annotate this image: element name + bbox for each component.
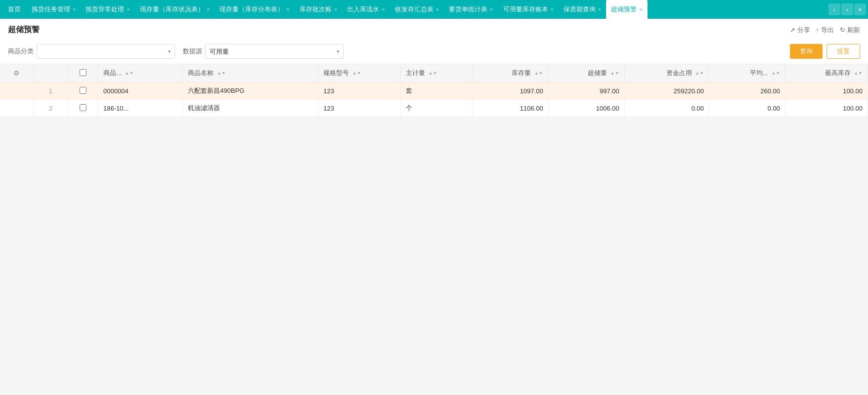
close-icon[interactable]: × <box>73 6 76 12</box>
category-select-wrapper: ▾ <box>37 44 175 59</box>
sort-icon: ▲▼ <box>217 71 226 76</box>
page-title: 超储预警 <box>8 25 40 35</box>
table-row: 2 186-10... 机油滤清器 123 个 1106.00 1006.00 … <box>0 100 868 117</box>
filter-buttons: 查询 设置 <box>790 44 860 59</box>
sort-icon: ▲▼ <box>854 71 863 76</box>
nav-next-button[interactable]: › <box>841 3 853 15</box>
td-checkbox <box>68 82 98 100</box>
datasource-select-wrapper: 可用量 ▾ <box>205 44 344 59</box>
nav-home[interactable]: 首页 <box>2 5 27 14</box>
td-index: 1 <box>34 82 67 100</box>
td-spec: 123 <box>318 100 401 117</box>
datasource-filter: 数据源 可用量 ▾ <box>183 44 344 59</box>
nav-tab-xiancunliang2[interactable]: 现存量（库存分布表） × <box>215 0 294 19</box>
td-name: 机油滤清器 <box>183 100 318 117</box>
export-icon: ↑ <box>816 26 820 34</box>
close-icon[interactable]: × <box>382 6 385 12</box>
td-row-actions <box>0 82 34 100</box>
query-button[interactable]: 查询 <box>790 44 823 59</box>
td-avg: 0.00 <box>709 100 785 117</box>
sort-icon: ▲▼ <box>610 71 619 76</box>
th-checkbox <box>68 64 98 82</box>
table-container: ⚙ 商品... ▲▼ 商品名称 ▲▼ 规格型号 ▲▼ <box>0 64 868 117</box>
td-unit: 个 <box>401 100 473 117</box>
sort-icon: ▲▼ <box>695 71 704 76</box>
th-avg[interactable]: 平均... ▲▼ <box>709 64 785 82</box>
category-label: 商品分类 <box>8 47 34 56</box>
th-over[interactable]: 超储量 ▲▼ <box>548 64 624 82</box>
th-code[interactable]: 商品... ▲▼ <box>98 64 183 82</box>
sort-icon: ▲▼ <box>125 71 134 76</box>
td-over: 1006.00 <box>548 100 624 117</box>
td-max: 100.00 <box>785 100 868 117</box>
td-index: 2 <box>34 100 67 117</box>
row-checkbox[interactable] <box>80 104 87 111</box>
close-icon[interactable]: × <box>436 6 439 12</box>
nav-tab-churuku[interactable]: 出入库流水 × <box>342 0 390 19</box>
table-header-row: ⚙ 商品... ▲▼ 商品名称 ▲▼ 规格型号 ▲▼ <box>0 64 868 82</box>
close-icon[interactable]: × <box>598 6 601 12</box>
nav-tab-keyongliang[interactable]: 可用量库存账本 × <box>498 0 559 19</box>
nav-tab-chaochuyujing[interactable]: 超储预警 × <box>606 0 647 19</box>
row-checkbox[interactable] <box>80 87 87 94</box>
nav-tab-kucunpici[interactable]: 库存批次账 × <box>295 0 342 19</box>
th-spec[interactable]: 规格型号 ▲▼ <box>318 64 401 82</box>
filter-row: 商品分类 ▾ 数据源 可用量 ▾ 查询 设置 <box>0 39 868 64</box>
refresh-button[interactable]: ↻ 刷新 <box>840 26 860 35</box>
nav-close-button[interactable]: × <box>854 3 866 15</box>
sort-icon: ▲▼ <box>771 71 780 76</box>
td-unit: 套 <box>401 82 473 100</box>
nav-tab-jianhuoyichang[interactable]: 拣货异常处理 × <box>81 0 134 19</box>
share-icon: ➚ <box>790 26 795 34</box>
settings-icon[interactable]: ⚙ <box>13 69 20 77</box>
td-spec: 123 <box>318 82 401 100</box>
nav-tab-baozhi[interactable]: 保质期查询 × <box>559 0 606 19</box>
th-capital[interactable]: 资金占用 ▲▼ <box>624 64 709 82</box>
page-header: 超储预警 ➚ 分享 ↑ 导出 ↻ 刷新 <box>0 19 868 39</box>
nav-tab-shoufacun[interactable]: 收发存汇总表 × <box>390 0 444 19</box>
close-icon[interactable]: × <box>490 6 493 12</box>
th-max[interactable]: 最高库存 ▲▼ <box>785 64 868 82</box>
td-stock: 1097.00 <box>472 82 548 100</box>
table-row: 1 0000004 六配套新昌490BPG 123 套 1097.00 997.… <box>0 82 868 100</box>
nav-prev-button[interactable]: ‹ <box>828 3 840 15</box>
th-index <box>34 64 67 82</box>
data-table: ⚙ 商品... ▲▼ 商品名称 ▲▼ 规格型号 ▲▼ <box>0 64 868 117</box>
nav-tab-yaohuo[interactable]: 要货单统计表 × <box>444 0 498 19</box>
export-button[interactable]: ↑ 导出 <box>816 26 834 35</box>
td-over: 997.00 <box>548 82 624 100</box>
close-icon[interactable]: × <box>639 6 642 12</box>
sort-icon: ▲▼ <box>429 71 437 76</box>
sort-icon: ▲▼ <box>352 71 361 76</box>
close-icon[interactable]: × <box>127 6 130 12</box>
close-icon[interactable]: × <box>207 6 210 12</box>
close-icon[interactable]: × <box>286 6 289 12</box>
td-avg: 260.00 <box>709 82 785 100</box>
close-icon[interactable]: × <box>334 6 337 12</box>
td-capital: 259220.00 <box>624 82 709 100</box>
td-max: 100.00 <box>785 82 868 100</box>
td-checkbox <box>68 100 98 117</box>
nav-tab-jianhuorenwu[interactable]: 拣货任务管理 × <box>27 0 81 19</box>
th-name[interactable]: 商品名称 ▲▼ <box>183 64 318 82</box>
sort-icon: ▲▼ <box>534 71 543 76</box>
th-stock[interactable]: 库存量 ▲▼ <box>472 64 548 82</box>
td-code: 0000004 <box>98 82 183 100</box>
td-row-actions <box>0 100 34 117</box>
td-name: 六配套新昌490BPG <box>183 82 318 100</box>
select-all-checkbox[interactable] <box>80 69 87 76</box>
setting-button[interactable]: 设置 <box>826 44 860 59</box>
th-unit[interactable]: 主计量 ▲▼ <box>401 64 473 82</box>
datasource-select[interactable]: 可用量 <box>205 44 344 59</box>
category-filter: 商品分类 ▾ <box>8 44 175 59</box>
nav-tab-xiancunliang1[interactable]: 现存量（库存状况表） × <box>135 0 215 19</box>
share-button[interactable]: ➚ 分享 <box>790 26 810 35</box>
td-stock: 1106.00 <box>472 100 548 117</box>
top-navigation: 首页 拣货任务管理 × 拣货异常处理 × 现存量（库存状况表） × 现存量（库存… <box>0 0 868 19</box>
close-icon[interactable]: × <box>551 6 554 12</box>
td-capital: 0.00 <box>624 100 709 117</box>
refresh-icon: ↻ <box>840 26 845 34</box>
td-code: 186-10... <box>98 100 183 117</box>
category-select[interactable] <box>37 44 175 59</box>
datasource-label: 数据源 <box>183 47 202 56</box>
